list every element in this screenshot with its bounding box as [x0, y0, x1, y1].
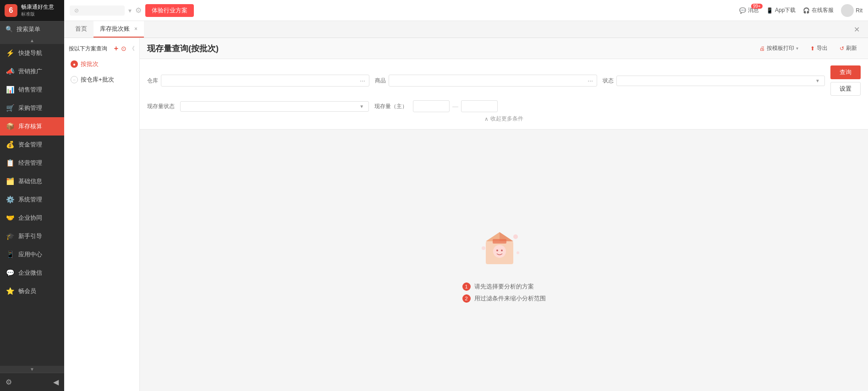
- sidebar-item-label: 采购管理: [18, 104, 42, 112]
- search-menu-label: 搜索菜单: [16, 25, 40, 33]
- svg-point-5: [496, 250, 498, 251]
- form-settings-btn[interactable]: 设置: [830, 82, 861, 96]
- filter-scheme-warehouse-batch[interactable]: ○ 按仓库+批次: [64, 72, 139, 87]
- refresh-btn[interactable]: ↺ 刷新: [836, 43, 861, 54]
- status-group: 状态 ▼: [603, 76, 825, 86]
- scroll-up-btn[interactable]: ▲: [0, 37, 64, 44]
- scheme-settings-btn[interactable]: ⊙: [121, 45, 126, 52]
- filter-header: 按以下方案查询 + ⊙ 《: [64, 43, 139, 56]
- scheme-inactive-dot: ○: [71, 76, 78, 83]
- empty-state: 1 请先选择要分析的方案 2 用过滤条件来缩小分析范围: [140, 130, 868, 391]
- quantity-min-input[interactable]: [413, 100, 450, 112]
- sales-icon: 📊: [5, 85, 15, 94]
- close-tab-main-icon[interactable]: ✕: [850, 25, 863, 34]
- sidebar-item-label: 营销推广: [18, 67, 42, 76]
- scheme-active-dot: ●: [71, 60, 78, 68]
- sidebar-item-sales[interactable]: 📊 销售管理: [0, 81, 64, 99]
- sidebar-item-system[interactable]: ⚙️ 系统管理: [0, 190, 64, 209]
- tip-2-num: 2: [462, 294, 471, 303]
- tabs-bar: 首页 库存批次账 × ✕: [64, 21, 868, 38]
- online-service-btn[interactable]: 🎧 在线客服: [803, 6, 834, 14]
- app-logo: 6: [5, 4, 17, 17]
- app-download-icon: 📱: [766, 7, 773, 14]
- export-label: 导出: [817, 44, 828, 52]
- empty-illustration: [477, 218, 532, 273]
- quantity-max-input[interactable]: [461, 100, 498, 112]
- print-icon: 🖨: [759, 45, 765, 52]
- sidebar-item-collab[interactable]: 🤝 企业协同: [0, 209, 64, 227]
- query-btn[interactable]: 查询: [830, 65, 861, 79]
- tab-close-icon[interactable]: ×: [134, 26, 137, 32]
- product-input[interactable]: [389, 75, 584, 86]
- empty-tip-2: 2 用过滤条件来缩小分析范围: [462, 294, 546, 303]
- status-label: 状态: [603, 77, 614, 85]
- product-input-wrapper[interactable]: ···: [389, 75, 597, 87]
- status-select[interactable]: ▼: [616, 76, 825, 86]
- quantity-range: —: [413, 100, 744, 112]
- topbar-dropdown-icon[interactable]: ▾: [128, 7, 132, 14]
- sidebar-item-purchase[interactable]: 🛒 采购管理: [0, 99, 64, 117]
- tab-home[interactable]: 首页: [69, 21, 93, 38]
- sidebar-nav: ⚡ 快捷导航 📣 营销推广 📊 销售管理 🛒 采购管理 📦 库存核算 💰 资金管…: [0, 44, 64, 366]
- warehouse-input[interactable]: [161, 75, 356, 86]
- user-profile[interactable]: Rit: [841, 4, 863, 17]
- sidebar-item-quick-nav[interactable]: ⚡ 快捷导航: [0, 44, 64, 62]
- scroll-down-btn[interactable]: ▼: [0, 366, 64, 373]
- tab-inventory-batch[interactable]: 库存批次账 ×: [93, 21, 144, 38]
- filter-scheme-batch[interactable]: ● 按批次: [64, 56, 139, 72]
- sidebar-item-operation[interactable]: 📋 经营管理: [0, 154, 64, 172]
- headset-icon: 🎧: [803, 7, 810, 14]
- right-content: 现存量查询(按批次) 🖨 按模板打印 ▾ ⬆ 导出 ↺ 刷新: [140, 38, 868, 391]
- operation-icon: 📋: [5, 158, 15, 168]
- topbar: ⊘ ▾ ⚙ 体验行业方案 💬 消息 99+ 📱 App下载 🎧 在线客服: [64, 0, 868, 21]
- sidebar-item-label: 企业协同: [18, 214, 42, 222]
- scheme-collapse-btn[interactable]: 《: [129, 45, 135, 53]
- topbar-search[interactable]: ⊘: [70, 5, 125, 16]
- warehouse-input-wrapper[interactable]: ···: [161, 75, 369, 87]
- tip-2-text: 用过滤条件来缩小分析范围: [474, 294, 546, 303]
- left-filter-panel: 按以下方案查询 + ⊙ 《 ● 按批次 ○ 按仓库+批次: [64, 38, 140, 391]
- print-dropdown-icon[interactable]: ▾: [796, 46, 798, 51]
- sidebar-item-label: 基础信息: [18, 177, 42, 185]
- sidebar-item-wechat[interactable]: 💬 企业微信: [0, 264, 64, 282]
- scheme-batch-label: 按批次: [81, 60, 99, 68]
- export-btn[interactable]: ⬆ 导出: [807, 43, 831, 54]
- sidebar-item-member[interactable]: ⭐ 畅会员: [0, 282, 64, 300]
- sidebar-item-inventory[interactable]: 📦 库存核算: [0, 117, 64, 136]
- sidebar-item-appcenter[interactable]: 📱 应用中心: [0, 245, 64, 264]
- filter-header-label: 按以下方案查询: [69, 45, 107, 53]
- inventory-status-select[interactable]: ▼: [180, 101, 369, 112]
- collapse-btn[interactable]: ∧ 收起更多条件: [147, 112, 861, 123]
- print-btn[interactable]: 🖨 按模板打印 ▾: [756, 43, 802, 54]
- quantity-label: 现存量（主）: [374, 103, 407, 110]
- product-group: 商品 ···: [375, 75, 597, 87]
- svg-point-4: [493, 245, 506, 258]
- settings-footer-icon[interactable]: ⚙: [5, 378, 12, 386]
- company-name: 畅康通好生意: [21, 4, 54, 11]
- experience-btn[interactable]: 体验行业方案: [145, 4, 194, 17]
- sidebar-item-marketing[interactable]: 📣 营销推广: [0, 62, 64, 81]
- warehouse-dots-icon[interactable]: ···: [356, 77, 369, 84]
- wechat-icon: 💬: [5, 268, 15, 277]
- sidebar-item-label: 系统管理: [18, 196, 42, 204]
- add-scheme-btn[interactable]: +: [114, 44, 118, 53]
- messages-btn[interactable]: 💬 消息 99+: [739, 6, 759, 14]
- member-icon: ⭐: [5, 287, 15, 296]
- content-area: 按以下方案查询 + ⊙ 《 ● 按批次 ○ 按仓库+批次 现存量查询(按批次): [64, 38, 868, 391]
- sidebar-item-basic[interactable]: 🗂️ 基础信息: [0, 172, 64, 190]
- filter-row-1: 仓库 ··· 商品 ···: [147, 65, 861, 96]
- page-title: 现存量查询(按批次): [147, 43, 219, 54]
- topbar-settings-icon[interactable]: ⚙: [135, 6, 142, 15]
- svg-point-7: [513, 234, 518, 239]
- svg-point-6: [501, 250, 503, 251]
- product-dots-icon[interactable]: ···: [584, 77, 597, 84]
- finance-icon: 💰: [5, 140, 15, 149]
- warehouse-group: 仓库 ···: [147, 75, 369, 87]
- sidebar-item-newbie[interactable]: 🎓 新手引导: [0, 227, 64, 245]
- sidebar-item-finance[interactable]: 💰 资金管理: [0, 136, 64, 154]
- search-menu[interactable]: 🔍 搜索菜单: [0, 22, 64, 37]
- collapse-sidebar-icon[interactable]: ◀: [53, 378, 59, 386]
- app-download-btn[interactable]: 📱 App下载: [766, 6, 796, 14]
- sidebar-item-label: 销售管理: [18, 86, 42, 94]
- messages-badge: 99+: [751, 4, 763, 9]
